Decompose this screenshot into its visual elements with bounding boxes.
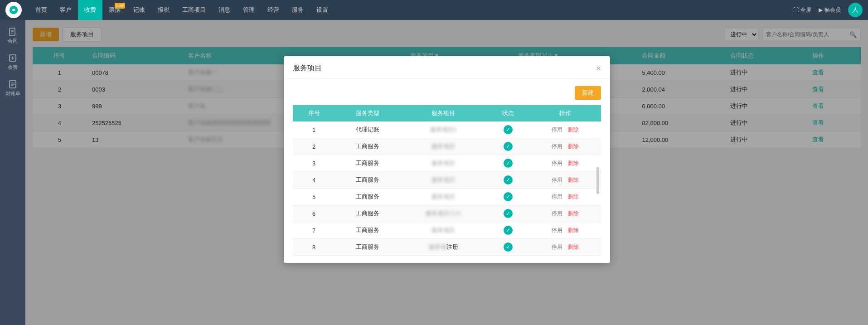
nav-manage[interactable]: 管理 — [237, 0, 261, 20]
status-check-icon: ✓ — [504, 209, 513, 218]
scrollbar[interactable] — [596, 167, 599, 194]
nav-tax[interactable]: 报税 — [151, 0, 176, 20]
modal-col-seq: 序号 — [293, 105, 335, 121]
new-badge: new — [115, 3, 125, 9]
modal-table-row: 7 工商服务 服务项目 ✓ 停用 删除 — [293, 222, 601, 239]
top-navigation: 首页 客户 收费 票据 new 记账 报税 工商项目 消息 管理 经营 服务 设… — [0, 0, 868, 20]
modal-overlay: 服务项目 × 新建 序号 服务类型 服务项目 — [25, 20, 868, 325]
nav-bookkeeping[interactable]: 记账 — [127, 0, 151, 20]
modal-col-status: 状态 — [487, 105, 529, 121]
nav-items: 首页 客户 收费 票据 new 记账 报税 工商项目 消息 管理 经营 服务 设… — [29, 0, 793, 20]
app-logo[interactable] — [5, 2, 22, 18]
modal-header: 服务项目 × — [284, 56, 610, 79]
status-check-icon: ✓ — [504, 226, 513, 235]
modal-col-action: 操作 — [529, 105, 601, 121]
status-check-icon: ✓ — [504, 175, 513, 184]
modal-table-row: 2 工商服务 服务项目 ✓ 停用 删除 — [293, 138, 601, 155]
member-button[interactable]: ▶ 畅会员 — [819, 6, 841, 14]
modal-col-type: 服务类型 — [335, 105, 400, 121]
delete-button[interactable]: 删除 — [568, 177, 579, 183]
stop-button[interactable]: 停用 — [552, 160, 563, 166]
sidebar-item-statement[interactable]: 对账单 — [1, 76, 24, 101]
stop-button[interactable]: 停用 — [552, 177, 563, 183]
delete-button[interactable]: 删除 — [568, 194, 579, 200]
modal-toolbar: 新建 — [293, 86, 601, 100]
stop-button[interactable]: 停用 — [552, 143, 563, 150]
service-items-table: 序号 服务类型 服务项目 状态 操作 1 代理记账 — [293, 105, 601, 256]
nav-commerce[interactable]: 工商项目 — [176, 0, 212, 20]
modal-table-row: 6 工商服务 服务项目六六 ✓ 停用 删除 — [293, 205, 601, 222]
content-area: 新增 服务项目 进行中 全部 已结束 🔍 序号 合同编码 客 — [25, 20, 868, 325]
billing-icon — [8, 53, 17, 63]
top-nav-right: ⛶ 全屏 ▶ 畅会员 人 — [793, 3, 863, 17]
nav-service[interactable]: 服务 — [286, 0, 310, 20]
stop-button[interactable]: 停用 — [552, 227, 563, 233]
stop-button[interactable]: 停用 — [552, 126, 563, 133]
stop-button[interactable]: 停用 — [552, 194, 563, 200]
stop-button[interactable]: 停用 — [552, 210, 563, 217]
sidebar-item-billing[interactable]: 收费 — [1, 50, 24, 74]
nav-customer[interactable]: 客户 — [53, 0, 78, 20]
nav-invoice[interactable]: 票据 new — [102, 0, 127, 20]
nav-billing[interactable]: 收费 — [78, 0, 102, 20]
modal-title: 服务项目 — [293, 63, 322, 73]
modal-table-row: 3 工商服务 服务项目 ✓ 停用 删除 — [293, 155, 601, 172]
delete-button[interactable]: 删除 — [568, 126, 579, 133]
status-check-icon: ✓ — [504, 125, 513, 134]
status-check-icon: ✓ — [504, 159, 513, 168]
statement-icon — [8, 80, 17, 89]
status-check-icon: ✓ — [504, 142, 513, 151]
delete-button[interactable]: 删除 — [568, 160, 579, 166]
modal-col-item: 服务项目 — [400, 105, 487, 121]
delete-button[interactable]: 删除 — [568, 210, 579, 217]
modal-table-row: 8 工商服务 服务项注册 ✓ 停用 删除 — [293, 239, 601, 256]
nav-home[interactable]: 首页 — [29, 0, 53, 20]
nav-message[interactable]: 消息 — [212, 0, 237, 20]
sidebar-item-contract[interactable]: 合同 — [1, 24, 24, 48]
status-check-icon: ✓ — [504, 192, 513, 201]
modal-table-row: 5 工商服务 服务项目 ✓ 停用 删除 — [293, 189, 601, 205]
fullscreen-button[interactable]: ⛶ 全屏 — [793, 6, 811, 14]
service-items-modal: 服务项目 × 新建 序号 服务类型 服务项目 — [284, 56, 610, 263]
contract-icon — [8, 27, 17, 36]
fullscreen-icon: ⛶ — [793, 7, 799, 13]
main-layout: 合同 收费 对账单 — [0, 20, 868, 325]
delete-button[interactable]: 删除 — [568, 227, 579, 233]
member-icon: ▶ — [819, 7, 823, 13]
nav-settings[interactable]: 设置 — [310, 0, 335, 20]
modal-table-row: 4 工商服务 服务项目 ✓ 停用 删除 — [293, 172, 601, 189]
modal-table-row: 1 代理记账 服务项目1 ✓ 停用 删除 — [293, 121, 601, 138]
modal-close-button[interactable]: × — [596, 64, 601, 73]
modal-body: 新建 序号 服务类型 服务项目 状态 操作 — [284, 79, 610, 263]
status-check-icon: ✓ — [504, 243, 513, 252]
user-avatar[interactable]: 人 — [848, 3, 863, 17]
nav-operation[interactable]: 经营 — [261, 0, 286, 20]
stop-button[interactable]: 停用 — [552, 244, 563, 250]
sidebar: 合同 收费 对账单 — [0, 20, 25, 325]
delete-button[interactable]: 删除 — [568, 244, 579, 250]
modal-new-button[interactable]: 新建 — [575, 86, 601, 100]
delete-button[interactable]: 删除 — [568, 143, 579, 150]
